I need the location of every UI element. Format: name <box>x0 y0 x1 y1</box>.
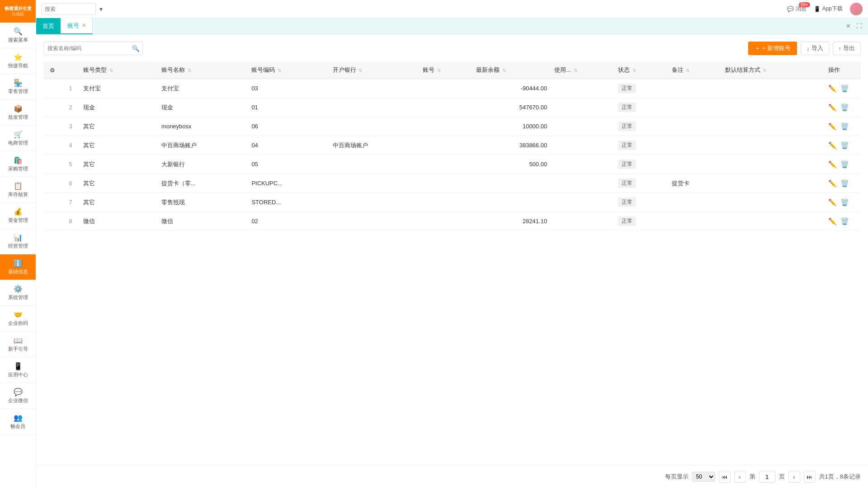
tab-account[interactable]: 账号✕ <box>61 18 93 34</box>
delete-button-0[interactable]: 🗑️ <box>840 84 849 93</box>
sidebar-item-appcenter[interactable]: 📱 应用中心 <box>0 357 36 383</box>
user-avatar[interactable] <box>850 3 863 15</box>
edit-button-4[interactable]: ✏️ <box>828 160 837 169</box>
row-balance-6 <box>472 193 551 212</box>
topbar-dropdown-icon[interactable]: ▾ <box>99 5 103 13</box>
row-name-5: 提货卡（零... <box>158 174 248 193</box>
sidebar-item-shortcut[interactable]: ⭐ 快捷导航 <box>0 48 36 74</box>
row-usage-5 <box>551 174 614 193</box>
edit-button-7[interactable]: ✏️ <box>828 217 837 225</box>
search-button[interactable]: 🔍 <box>129 42 142 55</box>
edit-button-3[interactable]: ✏️ <box>828 141 837 150</box>
sidebar-item-ecommerce[interactable]: 🛒 电商管理 <box>0 126 36 151</box>
topbar-search-input[interactable] <box>42 3 96 15</box>
delete-button-3[interactable]: 🗑️ <box>840 141 849 150</box>
sidebar-label-ecommerce: 电商管理 <box>8 140 28 146</box>
close-tab-button[interactable]: ✕ <box>844 22 853 31</box>
sidebar-item-guide[interactable]: 📖 新手引导 <box>0 332 36 357</box>
row-type-7: 微信 <box>80 212 158 231</box>
enterprise-icon: 🤝 <box>14 310 23 319</box>
app-version: 玩感版 <box>12 11 24 17</box>
table-row: 4 其它 中百商场账户 04 中百商场账户 383866.00 正常 ✏️ 🗑️ <box>43 136 861 155</box>
row-account-1 <box>419 98 472 117</box>
edit-button-1[interactable]: ✏️ <box>828 103 837 112</box>
tab-home[interactable]: 首页 <box>36 18 61 34</box>
first-page-button[interactable]: ⏮ <box>719 471 731 483</box>
status-badge-0: 正常 <box>618 84 636 93</box>
sidebar-item-operation[interactable]: 📊 经营管理 <box>0 229 36 254</box>
capital-icon: 💰 <box>14 207 23 216</box>
edit-button-5[interactable]: ✏️ <box>828 179 837 188</box>
row-default-settle-5 <box>722 174 825 193</box>
sidebar-label-member: 畅会员 <box>10 423 25 430</box>
col-action: 操作 <box>825 61 861 79</box>
col-name[interactable]: 账号名称 ⇅ <box>158 61 248 79</box>
delete-button-1[interactable]: 🗑️ <box>840 103 849 112</box>
row-usage-1 <box>551 98 614 117</box>
col-account[interactable]: 账号 ⇅ <box>419 61 472 79</box>
row-note-6 <box>668 193 722 212</box>
delete-button-6[interactable]: 🗑️ <box>840 198 849 206</box>
row-account-5 <box>419 174 472 193</box>
page-suffix: 页 <box>779 473 785 481</box>
sidebar-label-inventory: 库存核算 <box>8 191 28 198</box>
search-input[interactable] <box>44 45 129 52</box>
delete-button-2[interactable]: 🗑️ <box>840 122 849 131</box>
messages-button[interactable]: 💬 消息 99+ <box>787 5 807 13</box>
sidebar-item-search[interactable]: 🔍 搜索菜单 <box>0 23 36 48</box>
row-bank-3: 中百商场账户 <box>329 136 419 155</box>
export-label: 导出 <box>843 44 855 52</box>
per-page-select[interactable]: 50 100 <box>692 472 715 482</box>
row-bank-5 <box>329 174 419 193</box>
sidebar-item-wechat[interactable]: 💬 企业微信 <box>0 383 36 409</box>
col-balance[interactable]: 最新余额 ⇅ <box>472 61 551 79</box>
row-num-6: 7 <box>61 193 80 212</box>
delete-button-4[interactable]: 🗑️ <box>840 160 849 169</box>
edit-button-0[interactable]: ✏️ <box>828 84 837 93</box>
sidebar-item-capital[interactable]: 💰 资金管理 <box>0 203 36 229</box>
app-download-button[interactable]: 📱 App下载 <box>814 5 843 13</box>
sidebar-item-basic[interactable]: ℹ️ 基础信息 <box>0 254 36 280</box>
toolbar-left: 🔍 <box>43 42 143 55</box>
next-page-button[interactable]: › <box>788 471 800 483</box>
sidebar-item-system[interactable]: ⚙️ 系统管理 <box>0 280 36 306</box>
table-row: 7 其它 零售抵现 STORED... 正常 ✏️ 🗑️ <box>43 193 861 212</box>
row-note-5: 提货卡 <box>668 174 722 193</box>
sidebar-item-purchase[interactable]: 🛍️ 采购管理 <box>0 151 36 177</box>
delete-button-5[interactable]: 🗑️ <box>840 179 849 188</box>
row-code-5: PICKUPC... <box>248 174 329 193</box>
tab-close-account[interactable]: ✕ <box>82 23 86 28</box>
edit-button-6[interactable]: ✏️ <box>828 198 837 206</box>
import-label: 导入 <box>811 44 823 52</box>
page-input[interactable] <box>759 471 775 483</box>
sidebar-item-enterprise[interactable]: 🤝 企业协同 <box>0 306 36 332</box>
col-bank[interactable]: 开户银行 ⇅ <box>329 61 419 79</box>
sidebar-item-member[interactable]: 👥 畅会员 <box>0 409 36 435</box>
last-page-button[interactable]: ⏭ <box>804 471 816 483</box>
search-box: 🔍 <box>43 42 143 55</box>
col-usage[interactable]: 使用... ⇅ <box>551 61 614 79</box>
sidebar-item-inventory[interactable]: 📋 库存核算 <box>0 177 36 203</box>
row-default-settle-4 <box>722 155 825 174</box>
col-settings[interactable]: ⚙ <box>43 61 61 79</box>
export-button[interactable]: ↑ 导出 <box>833 42 861 55</box>
table-row: 1 支付宝 支付宝 03 -90444.00 正常 ✏️ 🗑️ <box>43 79 861 98</box>
col-type[interactable]: 账号类型 ⇅ <box>80 61 158 79</box>
import-button[interactable]: ↓ 导入 <box>801 42 829 55</box>
toolbar-right: ＋ + 新增账号 ↓ 导入 ↑ 导出 <box>748 42 861 55</box>
col-status[interactable]: 状态 ⇅ <box>614 61 668 79</box>
add-account-button[interactable]: ＋ + 新增账号 <box>748 42 797 55</box>
col-code[interactable]: 账号编码 ⇅ <box>248 61 329 79</box>
prev-page-button[interactable]: ‹ <box>734 471 746 483</box>
search-icon: 🔍 <box>14 27 23 36</box>
sidebar-item-wholesale[interactable]: 📦 批发管理 <box>0 100 36 126</box>
row-account-7 <box>419 212 472 231</box>
edit-button-2[interactable]: ✏️ <box>828 122 837 131</box>
member-icon: 👥 <box>14 413 23 422</box>
maximize-button[interactable]: ⛶ <box>854 22 863 31</box>
row-bank-6 <box>329 193 419 212</box>
col-default-settle[interactable]: 默认结算方式 ⇅ <box>722 61 825 79</box>
delete-button-7[interactable]: 🗑️ <box>840 217 849 225</box>
sidebar-item-retail[interactable]: 🏪 零售管理 <box>0 74 36 100</box>
col-note[interactable]: 备注 ⇅ <box>668 61 722 79</box>
